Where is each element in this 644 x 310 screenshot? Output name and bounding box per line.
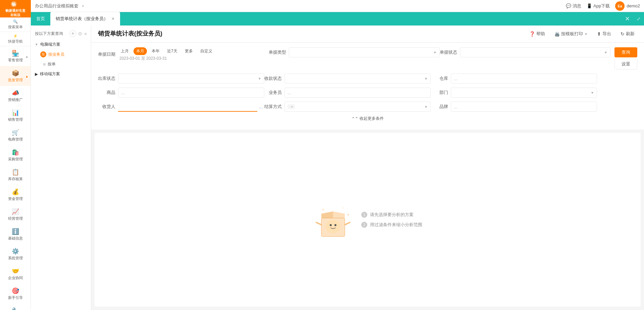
collapse-area: ⌃⌃ 收起更多条件 [98, 114, 637, 125]
tab-home-label: 首页 [36, 16, 45, 22]
help-btn[interactable]: ❓ 帮助 [527, 30, 548, 38]
collapse-icon[interactable]: « [84, 31, 87, 36]
print-btn[interactable]: 🖨️ 按模板打印 ▼ [552, 30, 590, 38]
filter-row-3: 商品 ... 业务员 ... 部门 [98, 88, 637, 98]
tip-text-1: 请先选择要分析的方案 [370, 212, 414, 218]
settings-btn[interactable]: 设置 [614, 59, 637, 69]
collab-icon: 🤝 [12, 267, 19, 275]
date-last-month-btn[interactable]: 上月 [118, 47, 131, 55]
add-scheme-icon[interactable]: + [69, 30, 76, 37]
sidebar-item-guide[interactable]: 🎯 新手引导 [0, 284, 31, 304]
tab-close-icon[interactable]: ✕ [111, 16, 115, 21]
settlement-select[interactable]: × ▼ [284, 102, 431, 112]
avatar: Ea [615, 1, 625, 11]
export-label: 导出 [602, 31, 611, 37]
department-select[interactable]: ▼ [451, 88, 597, 98]
tab-report[interactable]: 销货单统计表（按业务员） ✕ [50, 12, 120, 25]
ecommerce-label: 电商管理 [8, 137, 23, 142]
wholesale-arrow: ▲ [25, 74, 29, 78]
scheme-item-by-salesperson[interactable]: 按 按业务员 [31, 49, 91, 59]
date-this-year-btn[interactable]: 本年 [149, 47, 162, 55]
date-quick-btns: 上月 本月 本年 近7天 更多 自定义 [118, 47, 215, 55]
status-select[interactable]: ▼ [460, 47, 610, 57]
salesperson-input[interactable]: ... [284, 88, 431, 98]
edit-scheme-icon[interactable]: ⊙ [78, 31, 82, 36]
brand-col: 品牌 ... [431, 102, 597, 112]
type-label: 单据类型 [269, 49, 289, 55]
sidebar-item-collab[interactable]: 🤝 企业协同 [0, 264, 31, 284]
purchase-icon: 🛍️ [12, 149, 19, 156]
department-col: 部门 ▼ [431, 88, 597, 98]
app-download-btn[interactable]: 📱 App下载 [587, 3, 610, 9]
payment-select[interactable]: ▼ [284, 73, 431, 84]
goods-input[interactable]: ... [118, 88, 264, 98]
collapse-btn[interactable]: ⌃⌃ 收起更多条件 [352, 114, 384, 125]
page-title: 销货单统计表(按业务员) [98, 30, 162, 42]
left-panel-actions: + ⊙ « [69, 30, 87, 37]
window-close-btn[interactable]: ✕ [622, 15, 633, 22]
window-maximize-btn[interactable]: ⤢ [633, 16, 644, 21]
sidebar-item-wholesale[interactable]: 📦 批发管理 ▲ [0, 66, 31, 86]
tab-home[interactable]: 首页 [31, 12, 50, 25]
export-icon: ⬆ [597, 31, 601, 37]
system-icon: ⚙️ [12, 248, 19, 255]
sidebar-item-appstore[interactable]: 🔧 应用中心 [0, 304, 31, 310]
scheme-item-by-order[interactable]: ⊞ 按单 [31, 59, 91, 69]
sidebar-quick-nav[interactable]: ⚡ 快捷导航 [0, 32, 31, 46]
message-label: 消息 [573, 3, 581, 9]
receiver-dots[interactable]: ... [257, 104, 264, 110]
retail-arrow: ▲ [25, 54, 29, 58]
mobile-group-header[interactable]: ▶ 移动端方案 [31, 69, 91, 79]
warehouse-col: 仓库 ... [431, 73, 597, 84]
sidebar-item-inventory[interactable]: 📋 库存核算 [0, 165, 31, 185]
export-btn[interactable]: ⬆ 导出 [594, 30, 614, 38]
user-info[interactable]: Ea demo2 [615, 1, 640, 11]
salesperson-label: 业务员 [264, 90, 284, 96]
outbound-chevron: ▼ [258, 77, 261, 81]
guide-icon: 🎯 [12, 287, 19, 295]
date-custom-btn[interactable]: 自定义 [198, 47, 215, 55]
brand-input[interactable]: ... [451, 102, 597, 112]
collab-label: 企业协同 [8, 275, 23, 280]
filter-row-1: 单据日期 上月 本月 本年 近7天 更多 自定义 2023-03-01 至 20… [98, 47, 637, 69]
sidebar-item-operations[interactable]: 📈 经营管理 [0, 205, 31, 224]
sidebar-item-marketing[interactable]: 📣 营销推广 [0, 86, 31, 106]
desktop-group-header[interactable]: ▼ 电脑端方案 [31, 40, 91, 49]
app-sub: 标账版 [10, 13, 20, 17]
sidebar: 畅 畅捷通好生意 标账版 🔍 搜索菜单 ⚡ 快捷导航 🏪 零售管理 ▲ 📦 批发… [0, 0, 31, 310]
sidebar-item-purchase[interactable]: 🛍️ 采购管理 [0, 145, 31, 165]
sidebar-search[interactable]: 🔍 搜索菜单 [0, 17, 31, 32]
sidebar-item-sales[interactable]: 📊 销售管理 [0, 106, 31, 125]
goods-col: 商品 ... [98, 88, 264, 98]
sidebar-item-basic-info[interactable]: ℹ️ 基础信息 [0, 224, 31, 244]
quick-nav-label: 快捷导航 [8, 39, 23, 44]
type-select[interactable]: ▼ [289, 47, 439, 57]
filter-row-2: 出库状态 ▼ 收款状态 ▼ 仓库 [98, 73, 637, 84]
print-dropdown-icon: ▼ [584, 32, 588, 36]
retail-label: 零售管理 [8, 58, 23, 63]
sidebar-item-system[interactable]: ⚙️ 系统管理 [0, 244, 31, 264]
date-filter-col: 单据日期 上月 本月 本年 近7天 更多 自定义 2023-03-01 至 20… [98, 47, 269, 61]
topbar: 办公用品行业模拟账套 ▼ 💬 消息 📱 App下载 Ea demo2 [31, 0, 644, 12]
sidebar-item-finance[interactable]: 💰 资金管理 [0, 185, 31, 205]
settlement-tag-remove[interactable]: × [291, 105, 293, 109]
settlement-tag: × [287, 104, 295, 109]
empty-tip-1: 1 请先选择要分析的方案 [361, 212, 422, 218]
filter-area: 单据日期 上月 本月 本年 近7天 更多 自定义 2023-03-01 至 20… [91, 43, 644, 130]
warehouse-select[interactable]: ... [451, 73, 597, 84]
message-btn[interactable]: 💬 消息 [566, 3, 581, 9]
order-scheme-label: 按单 [48, 61, 56, 67]
receiver-input[interactable] [118, 102, 257, 112]
outbound-select[interactable]: ▼ [118, 73, 264, 84]
query-btn[interactable]: 查询 [614, 47, 637, 57]
refresh-btn[interactable]: ↻ 刷新 [618, 30, 637, 38]
help-label: 帮助 [536, 31, 545, 37]
purchase-label: 采购管理 [8, 157, 23, 162]
sidebar-item-retail[interactable]: 🏪 零售管理 ▲ [0, 46, 31, 66]
date-7days-btn[interactable]: 近7天 [164, 47, 180, 55]
basic-info-icon: ℹ️ [12, 228, 19, 235]
date-more-btn[interactable]: 更多 [182, 47, 196, 55]
date-filter-controls: 上月 本月 本年 近7天 更多 自定义 2023-03-01 至 2023-03… [118, 47, 215, 61]
sidebar-item-ecommerce[interactable]: 🛒 电商管理 [0, 125, 31, 145]
date-this-month-btn[interactable]: 本月 [133, 47, 147, 55]
